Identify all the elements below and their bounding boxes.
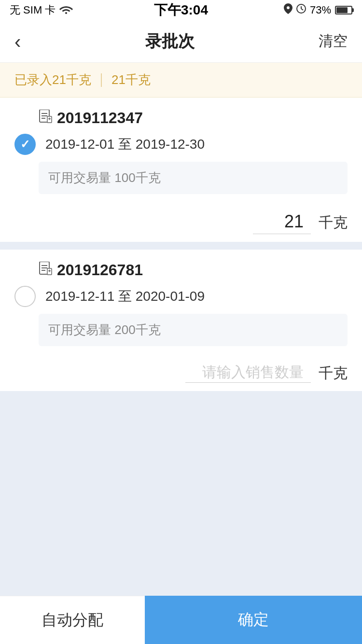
banner-divider (101, 73, 102, 87)
batch-item-2: 2019126781 2019-12-11 至 2020-01-09 可用交易量… (0, 250, 362, 391)
status-bar: 无 SIM 卡 下午3:04 73% (0, 0, 362, 20)
confirm-button[interactable]: 确定 (145, 596, 362, 644)
batch-2-date-row[interactable]: 2019-12-11 至 2020-01-09 (0, 279, 362, 314)
batch-2-unit: 千克 (319, 364, 348, 383)
batch-1-amount-row: 千克 (0, 204, 362, 242)
batch-1-availability: 可用交易量 100千克 (39, 162, 348, 194)
batch-2-radio[interactable] (14, 286, 36, 307)
battery-icon (335, 6, 352, 14)
batch-2-amount-input[interactable] (185, 364, 311, 380)
location-icon (284, 3, 292, 17)
batch-1-date-row[interactable]: 2019-12-01 至 2019-12-30 (0, 127, 362, 162)
batch-2-id: 2019126781 (57, 261, 143, 279)
batch-2-header: 2019126781 (0, 250, 362, 279)
batch-1-doc-icon (39, 110, 52, 126)
batch-2-amount-row: 千克 (0, 356, 362, 391)
batch-1-amount-underline (253, 211, 311, 234)
wifi-icon (59, 3, 73, 17)
clear-button[interactable]: 清空 (319, 31, 348, 51)
batch-2-date: 2019-12-11 至 2020-01-09 (45, 287, 205, 306)
section-divider-1 (0, 242, 362, 250)
batch-1-header: 2019112347 (0, 98, 362, 127)
batch-1-amount-input[interactable] (253, 211, 311, 232)
batch-2-amount-underline (185, 364, 311, 383)
svg-line-2 (301, 9, 303, 10)
page-title: 录批次 (145, 30, 195, 53)
batch-1-unit: 千克 (319, 213, 348, 233)
batch-1-id: 2019112347 (57, 109, 143, 127)
nav-bar: ‹ 录批次 清空 (0, 20, 362, 63)
info-banner: 已录入21千克 21千克 (0, 63, 362, 98)
auto-distribute-button[interactable]: 自动分配 (0, 596, 145, 644)
bottom-bar: 自动分配 确定 (0, 596, 362, 644)
status-right: 73% (284, 3, 352, 17)
empty-area (0, 391, 362, 618)
status-time: 下午3:04 (154, 1, 208, 19)
clock-icon (296, 4, 306, 16)
batch-1-radio[interactable] (14, 134, 36, 155)
status-left: 无 SIM 卡 (10, 3, 73, 17)
recorded-amount-value: 21千克 (111, 71, 151, 88)
batch-2-doc-icon (39, 262, 52, 279)
no-sim-text: 无 SIM 卡 (10, 3, 56, 17)
recorded-amount-label: 已录入21千克 (14, 71, 91, 88)
battery-percent: 73% (310, 4, 331, 16)
batch-2-availability: 可用交易量 200千克 (39, 314, 348, 346)
batch-item-1: 2019112347 2019-12-01 至 2019-12-30 可用交易量… (0, 98, 362, 242)
back-button[interactable]: ‹ (14, 32, 21, 51)
batch-1-date: 2019-12-01 至 2019-12-30 (45, 135, 205, 154)
